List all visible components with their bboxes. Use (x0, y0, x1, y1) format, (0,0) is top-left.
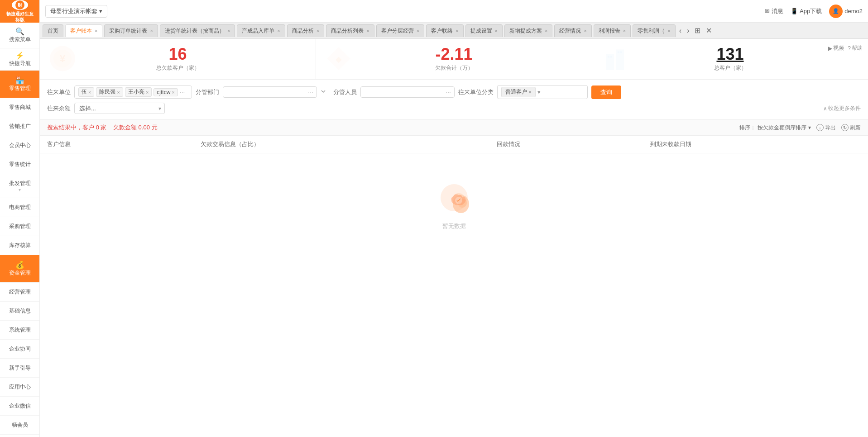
sort-label: 排序： (739, 124, 756, 132)
tab-product-inbound[interactable]: 产成品入库单 × (237, 24, 285, 37)
header-left: 母婴行业演示帐套 ▾ (45, 5, 107, 18)
col-debt-info: 欠款交易信息（占比） (193, 136, 489, 153)
filter-unit-tags[interactable]: 伍 × 陈民强 × 王小亮 × cjttcw × (74, 86, 192, 99)
tab-customer-accounts-close[interactable]: × (95, 28, 97, 33)
sidebar-item-app-center[interactable]: 应用中心 (0, 378, 39, 397)
header-user-info[interactable]: 👤 demo2 (829, 5, 863, 18)
tab-inbound-close[interactable]: × (227, 28, 230, 33)
filter-row-1: 往来单位 伍 × 陈民强 × 王小亮 × (47, 85, 861, 99)
empty-icon (436, 180, 472, 217)
sidebar-item-basic[interactable]: 基础信息 (0, 302, 39, 321)
results-summary: 搜索结果中，客户 0 家 欠款金额 0.00 元 (47, 124, 158, 132)
filter-balance-select[interactable]: 选择... (74, 103, 165, 114)
refresh-btn[interactable]: ↻ 刷新 (841, 124, 861, 132)
empty-text: 暂无数据 (442, 222, 466, 230)
header-account-dropdown[interactable]: 母婴行业演示帐套 ▾ (45, 5, 107, 18)
tab-new-method[interactable]: 新增提成方案 × (504, 24, 552, 37)
export-label: 导出 (825, 124, 836, 132)
tab-new-method-close[interactable]: × (545, 28, 547, 33)
tab-retail-profit[interactable]: 零售利润（ × (633, 24, 675, 37)
sidebar-item-retail-shop[interactable]: 零售商城 (0, 98, 39, 117)
tabs-prev-btn[interactable]: ‹ (676, 27, 684, 35)
filter-dept-icon: ··· (308, 89, 313, 96)
export-btn[interactable]: ↓ 导出 (816, 124, 836, 132)
sidebar-item-wholesale[interactable]: 批发管理 ▾ (0, 174, 39, 198)
svg-rect-8 (608, 56, 609, 57)
sidebar-item-marketing[interactable]: 营销推广 (0, 117, 39, 136)
results-debt-unit: 元 (152, 124, 158, 131)
tab-profit-report[interactable]: 利润报告 × (594, 24, 631, 37)
filter-tag-1-close[interactable]: × (117, 90, 120, 95)
tab-inbound-stats[interactable]: 进货单统计表（按商品） × (160, 24, 235, 37)
tab-improve-settings[interactable]: 提成设置 × (465, 24, 503, 37)
filter-dept-input[interactable] (223, 86, 317, 98)
tab-contact-close[interactable]: × (456, 28, 458, 33)
query-button[interactable]: 查询 (591, 86, 621, 99)
filter-dept-label: 分管部门 (196, 88, 219, 96)
tab-retail-profit-close[interactable]: × (667, 28, 670, 33)
sidebar-item-finance[interactable]: 💰 资金管理 (0, 255, 39, 283)
sidebar-item-purchase[interactable]: 采购管理 (0, 217, 39, 236)
tabs-expand-btn[interactable]: ⊞ (692, 26, 703, 35)
tabs-next-btn[interactable]: › (684, 27, 692, 35)
sidebar-item-retail-stats[interactable]: 零售统计 (0, 155, 39, 174)
sidebar-item-inventory[interactable]: 库存核算 (0, 236, 39, 255)
tab-product-close[interactable]: × (277, 28, 280, 33)
tabs-close-all-btn[interactable]: ✕ (703, 26, 715, 35)
svg-text:财: 财 (17, 3, 23, 8)
tab-profit-close[interactable]: × (623, 28, 626, 33)
table-header-row: 客户信息 欠款交易信息（占比） 回款情况 到期未收款日期 (40, 136, 868, 153)
filter-tag-3-close[interactable]: × (172, 90, 174, 95)
avatar: 👤 (829, 5, 843, 18)
tab-purchase-close[interactable]: × (150, 28, 153, 33)
sidebar-item-quick-nav[interactable]: ⚡ 快捷导航 (0, 48, 39, 71)
collapse-arrow-icon: ∧ (823, 105, 827, 112)
sidebar-item-wechat[interactable]: 企业微信 (0, 397, 39, 416)
tab-customer-accounts[interactable]: 客户账本 × (65, 24, 102, 37)
sidebar-item-newbie[interactable]: 新手引导 (0, 359, 39, 378)
sidebar-item-corp[interactable]: 企业协同 (0, 340, 39, 359)
svg-rect-9 (610, 56, 612, 57)
sidebar-item-ecommerce[interactable]: 电商管理 (0, 198, 39, 217)
results-sort-btn[interactable]: 排序： 按欠款金额倒序排序 ▾ (739, 124, 811, 132)
sidebar: 财 畅捷通好生意 标版 🔍 搜索菜单 ⚡ 快捷导航 🏪 零售管理 零售商城 营销… (0, 0, 40, 437)
sidebar-item-member[interactable]: 会员中心 (0, 136, 39, 155)
svg-text:¥: ¥ (60, 52, 66, 64)
tab-goods-close[interactable]: × (317, 28, 319, 33)
stat-help-buttons: ▶ 视频 ? 帮助 (828, 44, 863, 52)
filter-tag-3-label: cjttcw (157, 89, 170, 95)
stat-video-btn[interactable]: ▶ 视频 (828, 44, 844, 52)
stat-block-total: 131 总客户（家） ▶ 视频 ? 帮助 (592, 39, 868, 79)
tab-improve-close[interactable]: × (495, 28, 498, 33)
tab-segment-close[interactable]: × (417, 28, 419, 33)
tab-customer-segment[interactable]: 客户分层经营 × (376, 24, 424, 37)
filter-tag-2-close[interactable]: × (146, 90, 149, 95)
filter-classify-tag-close[interactable]: × (528, 89, 532, 95)
sidebar-item-search[interactable]: 🔍 搜索菜单 (0, 23, 39, 48)
results-unit: 家 (101, 124, 106, 131)
tab-goods-list-close[interactable]: × (366, 28, 369, 33)
stat-help-btn[interactable]: ? 帮助 (848, 44, 863, 52)
results-debt-prefix: 欠款金额 (113, 124, 137, 131)
sidebar-item-operation[interactable]: 经营管理 (0, 283, 39, 302)
tab-customer-contact[interactable]: 客户联络 × (426, 24, 463, 37)
tab-goods-analysis[interactable]: 商品分析 × (287, 24, 324, 37)
top-header: 母婴行业演示帐套 ▾ ✉ 消息 📱 App下载 👤 demo2 (40, 0, 868, 23)
sidebar-item-system[interactable]: 系统管理 (0, 321, 39, 340)
sidebar-item-vip[interactable]: 畅会员 (0, 416, 39, 435)
header-app-download-btn[interactable]: 📱 App下载 (791, 7, 822, 15)
tab-operation-status[interactable]: 经营情况 × (554, 24, 591, 37)
filter-tag-0-close[interactable]: × (88, 90, 91, 95)
tab-operation-close[interactable]: × (584, 28, 586, 33)
header-message-btn[interactable]: ✉ 消息 (765, 7, 783, 15)
tab-purchase-order-stats[interactable]: 采购订单统计表 × (104, 24, 158, 37)
sidebar-item-retail[interactable]: 🏪 零售管理 (0, 71, 39, 98)
help-label: 帮助 (852, 44, 863, 52)
filter-person-input[interactable] (360, 86, 455, 98)
filter-classify-wrapper[interactable]: 普通客户 × ▾ (497, 85, 588, 99)
tab-home[interactable]: 首页 (43, 24, 63, 37)
tab-goods-analysis-list[interactable]: 商品分析列表 × (326, 24, 374, 37)
collapse-filters-btn[interactable]: ∧ 收起更多条件 (823, 104, 861, 112)
filter-more-btn[interactable]: ··· (180, 89, 185, 96)
filter-tag-3: cjttcw × (153, 88, 177, 96)
